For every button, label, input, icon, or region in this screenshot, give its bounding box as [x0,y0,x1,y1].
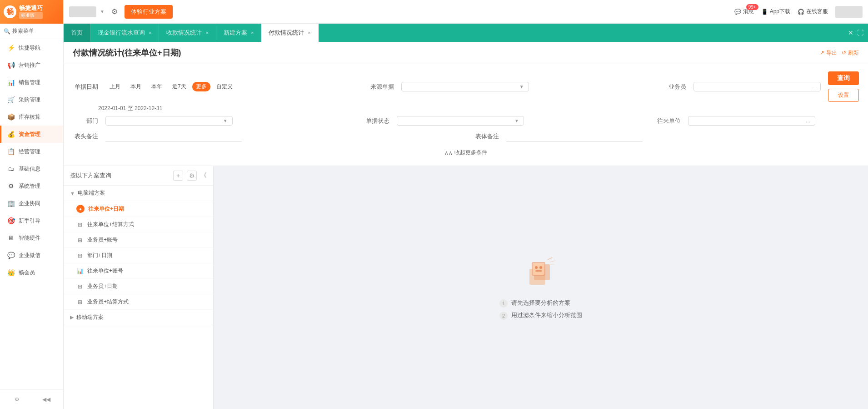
sidebar-nav: ⚡ 快捷导航 📢 营销推广 📊 销售管理 🛒 采购管理 📦 库存核算 💰 资金管… [0,39,63,389]
tabbar: 首页 现金银行流水查询 × 收款情况统计 × 新建方案 × 付款情况统计 × ✕… [64,24,868,42]
sidebar-item-operations[interactable]: 📋 经营管理 [0,143,63,160]
date-btn-this-month[interactable]: 本月 [126,81,145,92]
filter-row-3: 表头备注 表体备注 [73,131,859,141]
tab-close-all-icon[interactable]: ✕ [848,29,853,36]
service-icon: 🎧 [798,9,804,15]
user-avatar [69,6,96,17]
smart-hw-icon: 🖥 [7,234,15,242]
sidebar-item-label: 基础信息 [19,165,40,173]
scheme-item-salesperson-account[interactable]: ⊞ 业务员+账号 [64,232,213,248]
sidebar-item-smart-hw[interactable]: 🖥 智能硬件 [0,229,63,247]
export-btn[interactable]: ↗ 导出 [820,49,837,57]
topbar-gear-btn[interactable]: ⚙ [108,5,121,18]
sidebar-item-weixin[interactable]: 💬 企业微信 [0,247,63,264]
setting-btn[interactable]: 设置 [828,89,859,102]
query-area: 查询 设置 [828,71,859,102]
sidebar-item-basic-info[interactable]: 🗂 基础信息 [0,160,63,177]
panel-collapse-btn[interactable]: 《 [200,172,207,180]
date-btn-last-month[interactable]: 上月 [105,81,125,92]
sidebar-item-label: 智能硬件 [19,234,40,242]
salesperson-label: 业务员 [661,83,686,91]
mobile-scheme-group-title[interactable]: ▶ 移动端方案 [64,310,213,325]
sidebar-item-membership[interactable]: 👑 畅会员 [0,264,63,281]
svg-point-4 [535,266,538,269]
topbar-chevron-icon[interactable]: ▼ [100,9,105,14]
sidebar-item-enterprise[interactable]: 🏢 企业协同 [0,195,63,212]
sidebar-item-quick-nav[interactable]: ⚡ 快捷导航 [0,39,63,56]
date-btn-more[interactable]: 更多 [192,82,210,91]
tab-payment-stats-close[interactable]: × [308,30,310,35]
content-area: 付款情况统计(往来单位+日期) ↗ 导出 ↺ 刷新 单据日期 上月 本月 [64,42,868,409]
sidebar-footer: ⚙ ◀◀ [0,389,63,409]
sidebar-collapse-btn[interactable]: ◀◀ [33,394,60,405]
settings-scheme-btn[interactable]: ⚙ [187,171,197,181]
counterparty-select[interactable]: … [688,116,815,126]
tab-home[interactable]: 首页 [64,24,90,42]
query-btn[interactable]: 查询 [828,71,859,85]
scheme-item-salesperson-date[interactable]: ⊞ 业务员+日期 [64,279,213,294]
tab-new-scheme-close[interactable]: × [251,30,254,35]
sidebar-item-inventory[interactable]: 📦 库存核算 [0,108,63,126]
page-header-actions: ↗ 导出 ↺ 刷新 [820,49,859,57]
body-note-input[interactable] [506,131,643,141]
header-note-input[interactable] [105,131,242,141]
table-scheme-icon: ⊞ [76,298,84,306]
refresh-icon: ↺ [842,50,846,56]
scheme-item-counterparty-account[interactable]: 📊 往来单位+账号 [64,263,213,279]
svg-line-8 [550,261,555,262]
scheme-item-salesperson-settlement[interactable]: ⊞ 业务员+结算方式 [64,294,213,310]
gear-icon: ⚙ [111,7,118,16]
scheme-item-counterparty-settlement[interactable]: ⊞ 往来单位+结算方式 [64,217,213,232]
online-service-btn[interactable]: 🎧 在线客服 [798,8,828,15]
sidebar-settings-btn[interactable]: ⚙ [4,394,30,405]
header-note-label: 表头备注 [73,132,98,141]
date-label: 单据日期 [73,83,98,91]
collapse-more-btn[interactable]: ∧∧ 收起更多条件 [440,147,492,158]
sidebar-item-label: 营销推广 [19,61,40,69]
sidebar-item-finance[interactable]: 💰 资金管理 [0,126,63,143]
collapse-up-icon: ∧∧ [444,150,453,156]
salesperson-select[interactable]: … [693,82,821,91]
collapse-label: 收起更多条件 [454,149,487,157]
topbar: ▼ ⚙ 体验行业方案 💬 消息 99+ 📱 App下载 🎧 在线客服 [64,0,868,24]
topbar-user-info[interactable] [835,6,863,18]
scheme-item-dept-date[interactable]: ⊞ 部门+日期 [64,248,213,263]
tab-receipt-stats-close[interactable]: × [205,30,208,35]
date-btn-this-year[interactable]: 本年 [147,81,166,92]
scheme-label: 部门+日期 [87,252,112,259]
tab-bank-flow[interactable]: 现金银行流水查询 × [90,24,159,42]
trial-btn[interactable]: 体验行业方案 [125,5,173,19]
tab-payment-stats[interactable]: 付款情况统计 × [261,24,318,42]
topbar-user [69,6,96,17]
tip-num-2: 2 [499,312,508,320]
filter-panel: 单据日期 上月 本月 本年 近7天 更多 自定义 来源单据 ▼ 业务员 [64,64,868,166]
table-scheme-icon: ⊞ [76,283,84,290]
date-btn-7days[interactable]: 近7天 [168,81,190,92]
operations-icon: 📋 [7,147,15,156]
tab-bank-flow-close[interactable]: × [149,30,151,35]
source-doc-select[interactable]: ▼ [401,82,529,91]
pc-scheme-group-title[interactable]: ▼ 电脑端方案 [64,186,213,201]
sidebar-item-label: 库存核算 [19,113,40,121]
sidebar-item-label: 企业协同 [19,200,40,207]
body-area: 按以下方案查询 + ⚙ 《 ▼ 电脑端方案 ● 往来单位+日期 [64,166,868,409]
app-download-btn[interactable]: 📱 App下载 [761,8,790,15]
refresh-btn[interactable]: ↺ 刷新 [842,49,859,57]
sidebar-item-sales[interactable]: 📊 销售管理 [0,74,63,91]
tab-receipt-stats[interactable]: 收款情况统计 × [159,24,216,42]
search-menu-item[interactable]: 🔍 搜索菜单 [0,24,63,39]
sidebar-item-purchase[interactable]: 🛒 采购管理 [0,91,63,108]
tab-expand-icon[interactable]: ⛶ [857,29,863,36]
date-btn-custom[interactable]: 自定义 [212,81,237,92]
dept-select[interactable]: ▼ [105,116,233,126]
sidebar-item-sys-mgmt[interactable]: ⚙ 系统管理 [0,177,63,195]
sidebar-item-label: 快捷导航 [19,44,40,52]
empty-illustration: 1 请先选择要分析的方案 2 用过滤条件来缩小分析范围 [499,255,582,320]
tab-new-scheme[interactable]: 新建方案 × [216,24,261,42]
messages-btn[interactable]: 💬 消息 99+ [734,8,754,15]
sidebar-item-marketing[interactable]: 📢 营销推广 [0,56,63,74]
doc-status-select[interactable]: ▼ [397,116,524,126]
add-scheme-btn[interactable]: + [173,171,183,181]
sidebar-item-guide[interactable]: 🎯 新手引导 [0,212,63,229]
scheme-item-counterparty-date[interactable]: ● 往来单位+日期 [64,201,213,217]
